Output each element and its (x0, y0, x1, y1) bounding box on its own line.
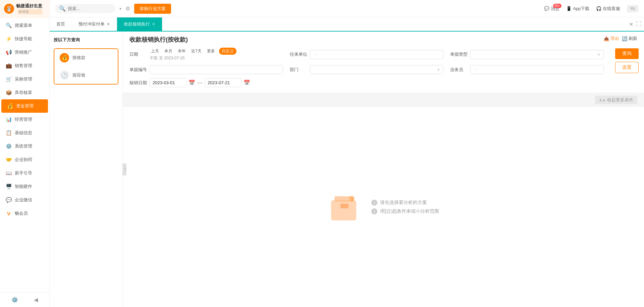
sidebar-item-shortcuts[interactable]: ⚡ 快捷导航 (0, 32, 49, 46)
empty-state: 1 请先选择要分析的方案 2 用[过滤]条件来缩小分析范围 (123, 107, 644, 307)
app-label: App下载 (573, 6, 589, 12)
topbar-search-area[interactable]: 🔍 (55, 4, 115, 13)
member-icon: V (5, 210, 12, 217)
date-7days[interactable]: 近7天 (190, 48, 203, 55)
query-option-by-receivable[interactable]: 🕐 按应收 (54, 66, 118, 84)
sidebar-item-wechat[interactable]: 💬 企业微信 (0, 193, 49, 207)
online-service-button[interactable]: 🎧 在线客服 (596, 6, 620, 12)
topbar-chevron-icon[interactable]: ▾ (119, 6, 121, 11)
tab-prepay-label: 预付冲应付单 (78, 21, 105, 27)
calendar-from-icon[interactable]: 📅 (189, 80, 195, 86)
svg-rect-0 (331, 200, 356, 220)
sidebar-item-search[interactable]: 🔍 搜索菜单 (0, 19, 49, 32)
date-this-year[interactable]: 本年 (176, 48, 187, 55)
right-action-col: 查询 设置 (615, 48, 639, 73)
sidebar-item-hardware-label: 智能硬件 (15, 184, 32, 190)
filter-docno-cell: 单据编号 (129, 65, 283, 74)
doctype-select[interactable]: ▾ (470, 50, 604, 59)
app-icon: 📱 (566, 6, 572, 11)
date-options: 上月 本月 本年 近7天 更多 自定义 (150, 48, 283, 55)
operations-icon: 📊 (5, 116, 12, 123)
filter-date-cell: 日期 上月 本月 本年 近7天 更多 自定义 不限 (129, 48, 283, 61)
sidebar-item-guide[interactable]: 📖 新手引导 (0, 166, 49, 180)
filter-dept-cell: 部门 ▾ (290, 65, 443, 74)
sidebar-item-basics[interactable]: 📋 基础信息 (0, 126, 49, 140)
export-button[interactable]: 📤 导出 (604, 36, 619, 42)
tab-receivable[interactable]: 收款核销执行 ✕ (117, 17, 162, 31)
right-content: 收款核销执行(按收款) 📤 导出 🔄 刷新 日 (123, 32, 644, 307)
logo-badge: 标准版 (17, 9, 42, 14)
sidebar-item-marketing-label: 营销推广 (15, 49, 32, 55)
filter-doctype-cell: 单据类型 ▾ (450, 48, 604, 61)
date-this-month[interactable]: 本月 (163, 48, 174, 55)
sidebar-item-finance-label: 资金管理 (16, 103, 34, 109)
empty-hint-2: 2 用[过滤]条件来缩小分析范围 (371, 208, 439, 214)
tab-home-label: 首页 (56, 21, 65, 27)
sidebar-item-inventory-label: 库存核算 (15, 90, 32, 96)
verify-date-to-input[interactable] (205, 78, 241, 87)
tab-home[interactable]: 首页 (50, 17, 72, 31)
search-icon: 🔍 (5, 22, 12, 29)
collapse-more-button[interactable]: ∧∧ 收起更多条件 (595, 96, 637, 104)
dept-select[interactable]: ▾ (310, 65, 443, 74)
verify-date-range: 📅 — 📅 (150, 78, 283, 87)
date-custom[interactable]: 自定义 (219, 48, 236, 55)
date-no-limit: 不限 (150, 55, 158, 61)
tab-close-all-icon[interactable]: ✕ (629, 21, 633, 28)
marketing-icon: 📢 (5, 49, 12, 56)
solution-button[interactable]: 体验行业方案 (134, 4, 171, 14)
sidebar-item-operations[interactable]: 📊 经营管理 (0, 113, 49, 126)
verify-date-from-input[interactable] (150, 78, 186, 87)
main-area: 🔍 ▾ ⚙ 体验行业方案 💬 消息 99+ 📱 App下载 🎧 在线客服 Rit (50, 0, 644, 307)
tabbar: 首页 预付冲应付单 ✕ 收款核销执行 ✕ ✕ ⛶ (50, 17, 644, 32)
tab-prepay[interactable]: 预付冲应付单 ✕ (72, 17, 117, 31)
panel-collapse-button[interactable]: 《 (122, 163, 126, 175)
collapse-bar: ∧∧ 收起更多条件 (123, 93, 644, 107)
setting-button[interactable]: 设置 (615, 62, 639, 73)
collapse-sidebar-icon[interactable]: ◀ (34, 297, 38, 303)
sidebar-item-member[interactable]: V 畅会员 (0, 207, 49, 220)
search-input[interactable] (68, 6, 111, 11)
page-content: 按以下方查询 💰 按收款 🕐 按应收 《 收款核销执行(按收款) (50, 32, 644, 307)
message-button[interactable]: 💬 消息 99+ (544, 6, 559, 12)
user-label: Rit (630, 6, 635, 11)
tab-expand-icon[interactable]: ⛶ (636, 21, 641, 27)
sidebar-item-operations-label: 经营管理 (15, 116, 32, 122)
sidebar-item-purchase[interactable]: 🛒 采购管理 (0, 72, 49, 86)
sidebar-item-hardware[interactable]: 🖥️ 智能硬件 (0, 180, 49, 193)
tab-prepay-close-icon[interactable]: ✕ (107, 22, 110, 27)
docno-input[interactable] (150, 65, 283, 74)
date-more[interactable]: 更多 (206, 48, 216, 55)
query-button[interactable]: 查询 (615, 48, 639, 59)
filter-employee-cell: 业务员 ··· (450, 65, 604, 74)
message-icon: 💬 (544, 6, 549, 11)
query-option-by-receipt[interactable]: 💰 按收款 (54, 49, 118, 66)
tab-receivable-close-icon[interactable]: ✕ (152, 22, 155, 27)
date-label: 日期 (129, 51, 147, 57)
filter-verify-date-cell: 核销日期 📅 — 📅 (129, 78, 283, 87)
counterparty-select[interactable]: ··· (310, 50, 443, 59)
app-download-button[interactable]: 📱 App下载 (566, 6, 589, 12)
date-last-month[interactable]: 上月 (150, 48, 160, 55)
refresh-button[interactable]: 🔄 刷新 (622, 36, 637, 42)
basics-icon: 📋 (5, 130, 12, 136)
sidebar-item-collab[interactable]: 🤝 企业协同 (0, 153, 49, 166)
settings-icon[interactable]: ⚙️ (11, 297, 18, 303)
topbar-gear-icon[interactable]: ⚙ (125, 5, 130, 12)
service-label: 在线客服 (603, 6, 620, 12)
sidebar-item-basics-label: 基础信息 (15, 130, 32, 136)
sidebar-item-collab-label: 企业协同 (15, 157, 32, 163)
sidebar-item-inventory[interactable]: 📦 库存核算 (0, 86, 49, 99)
sidebar: 🐰 畅捷通好生意 标准版 🔍 搜索菜单 ⚡ 快捷导航 📢 营销推广 💼 销售管理… (0, 0, 50, 307)
employee-select[interactable]: ··· (470, 65, 604, 74)
calendar-to-icon[interactable]: 📅 (244, 80, 250, 86)
hardware-icon: 🖥️ (5, 183, 12, 190)
collab-icon: 🤝 (5, 156, 12, 163)
sidebar-item-marketing[interactable]: 📢 营销推广 (0, 46, 49, 59)
sidebar-item-system[interactable]: ⚙️ 系统管理 (0, 140, 49, 153)
doctype-chevron: ▾ (598, 52, 600, 57)
sidebar-item-sales[interactable]: 💼 销售管理 (0, 59, 49, 72)
sidebar-item-finance[interactable]: 💰 资金管理 (1, 99, 48, 113)
logo-name: 畅捷通好生意 (16, 3, 42, 9)
user-area[interactable]: Rit (627, 5, 639, 12)
